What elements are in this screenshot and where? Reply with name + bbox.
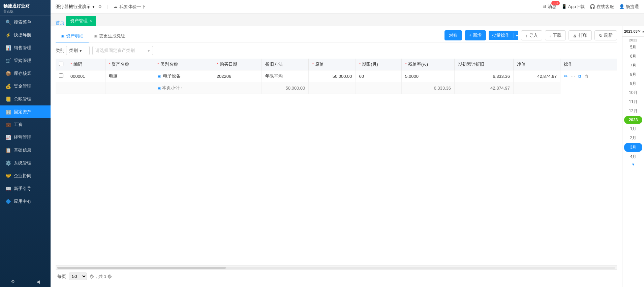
tab-home[interactable]: 首页 [56, 20, 64, 26]
cal-month-dec[interactable]: 12月 [622, 106, 644, 116]
category-filter: 类别 类别 ▾ [56, 46, 90, 55]
experience-button[interactable]: ☁ 我要体验一下 [113, 4, 146, 10]
asset-table: 编码 资产名称 类别名称 购买日期 [56, 59, 617, 94]
horizontal-scrollbar[interactable] [56, 265, 617, 269]
reconcile-button[interactable]: 对账 [444, 30, 462, 40]
cell-accumulated: 6,333.36 [455, 70, 514, 82]
tab-close-button[interactable]: × [90, 19, 92, 23]
message-badge: 99+ [551, 1, 560, 5]
system-icon: ⚙️ [5, 160, 11, 166]
sidebar-item-guide[interactable]: 📖 新手引导 [0, 182, 51, 195]
app-download-button[interactable]: 📱 App下载 [561, 4, 585, 10]
select-all-checkbox[interactable] [59, 62, 63, 66]
edit-button[interactable]: ✏ [564, 73, 568, 79]
cal-month-may[interactable]: 5月 [622, 43, 644, 52]
more-button[interactable]: ⋯ [571, 73, 575, 79]
col-category: 类别名称 [154, 59, 213, 70]
purchase-icon: 🛒 [5, 58, 11, 63]
download-label: 下载 [553, 32, 561, 38]
sidebar-item-capital[interactable]: 💰 资金管理 [0, 80, 51, 93]
cell-period: 60 [356, 70, 402, 82]
settings-icon[interactable]: ⚙ [98, 4, 102, 9]
cal-month-apr[interactable]: 4月 [622, 152, 644, 161]
sidebar-item-purchase[interactable]: 🛒 采购管理 [0, 54, 51, 67]
message-button[interactable]: 🖥 消息 99+ [542, 4, 556, 10]
cal-month-oct[interactable]: 10月 [622, 88, 644, 97]
per-page-select[interactable]: 50 100 200 [69, 273, 87, 280]
app-title: 畅捷通好业财 [3, 3, 47, 9]
asset-table-wrapper: 编码 资产名称 类别名称 购买日期 [56, 59, 617, 265]
cal-month-sep[interactable]: 9月 [622, 79, 644, 88]
sidebar-item-search[interactable]: 🔍 搜索菜单 [0, 16, 51, 29]
sidebar-item-label: 经营管理 [14, 134, 31, 140]
customer-service-label: 在线客服 [596, 4, 614, 10]
cell-category: ▣ 电子设备 [154, 70, 213, 82]
subtotal-row: ▣ 本页小计： 50,000.00 6,333.36 42,874.97 [56, 82, 617, 94]
batch-operation-button[interactable]: 批量操作 ▾ [489, 31, 518, 40]
sidebar-item-app-center[interactable]: 🔷 应用中心 [0, 195, 51, 208]
refresh-button[interactable]: ↻ 刷新 [594, 30, 617, 40]
print-button[interactable]: 🖨 打印 [569, 30, 592, 40]
guide-icon: 📖 [5, 186, 11, 191]
sidebar-item-quick-nav[interactable]: ⚡ 快捷导航 [0, 29, 51, 41]
new-button[interactable]: + 新增 [465, 30, 486, 40]
cell-net-value: 42,874.97 [513, 70, 560, 82]
content-area: ▣ 资产明细 ▣ 变更生成凭证 对账 + 新增 批量操作 ▾ ↑ [51, 26, 644, 287]
workspace-dropdown-icon: ▾ [92, 4, 95, 9]
enterprise-icon: 🤝 [5, 173, 11, 179]
per-page-label: 每页 [57, 274, 66, 280]
import-button[interactable]: ↑ 导入 [521, 30, 542, 40]
sidebar-item-sales[interactable]: 📊 销售管理 [0, 41, 51, 54]
sidebar-item-label: 新手引导 [14, 186, 31, 192]
headset-icon: 🎧 [590, 4, 595, 9]
collapse-button[interactable]: ◀ [36, 279, 40, 284]
sidebar-item-basic-info[interactable]: 📋 基础信息 [0, 144, 51, 157]
tab-asset-management[interactable]: 资产管理 × [66, 16, 96, 26]
sub-tab-asset-detail[interactable]: ▣ 资产明细 [56, 30, 89, 42]
cal-month-mar[interactable]: 3月 [624, 143, 642, 152]
sidebar-item-system[interactable]: ⚙️ 系统管理 [0, 157, 51, 169]
download-button[interactable]: ↓ 下载 [545, 30, 566, 40]
cal-month-feb[interactable]: 2月 [622, 133, 644, 142]
sidebar-item-inventory[interactable]: 📦 库存核算 [0, 67, 51, 80]
sales-icon: 📊 [5, 45, 11, 51]
sidebar-item-label: 系统管理 [14, 160, 31, 166]
sidebar-item-label: 快捷导航 [14, 32, 31, 38]
calendar-expand-button[interactable]: ⤢ [642, 29, 644, 34]
col-depreciation: 折旧方法 [262, 59, 309, 70]
scrollbar-thumb[interactable] [57, 267, 226, 269]
delete-button[interactable]: 🗑 [584, 73, 589, 79]
row-checkbox[interactable] [59, 73, 63, 78]
chevron-down-icon: ▾ [148, 48, 150, 53]
topbar-divider: | [107, 4, 108, 9]
workspace-selector[interactable]: 医疗器械行业演示 ▾ [56, 4, 95, 10]
col-code-label: 编码 [73, 62, 82, 67]
workspace-name: 医疗器械行业演示 [56, 4, 91, 10]
download-icon: ↓ [549, 33, 552, 38]
subtotal-empty-6 [356, 82, 402, 94]
sidebar-item-payroll[interactable]: 💼 工资 [0, 118, 51, 131]
cal-month-jan[interactable]: 1月 [622, 124, 644, 133]
main-content: 医疗器械行业演示 ▾ ⚙ | ☁ 我要体验一下 🖥 消息 99+ 📱 App下载… [51, 0, 644, 287]
sidebar-item-label: 固定资产 [14, 109, 31, 115]
customer-service-button[interactable]: 🎧 在线客服 [590, 4, 614, 10]
sub-tab-change-voucher[interactable]: ▣ 变更生成凭证 [89, 30, 130, 42]
mobile-icon: 📱 [561, 4, 567, 9]
settings-button[interactable]: ⚙ [11, 279, 15, 284]
sidebar-item-operations[interactable]: 📈 经营管理 [0, 131, 51, 144]
user-profile-button[interactable]: 👤 畅捷通 [619, 4, 639, 10]
sidebar-item-enterprise[interactable]: 🤝 企业协同 [0, 169, 51, 182]
calendar-expand-link[interactable]: ▼ [622, 161, 644, 167]
cal-month-nov[interactable]: 11月 [622, 97, 644, 106]
cal-month-aug[interactable]: 8月 [622, 70, 644, 79]
cal-month-jun[interactable]: 6月 [622, 52, 644, 61]
category-type-select[interactable]: 请选择固定资产类别 ▾ [92, 46, 153, 55]
sidebar-item-fixed-assets[interactable]: 🏢 固定资产 [0, 105, 51, 118]
cal-month-jul[interactable]: 7月 [622, 61, 644, 70]
calendar-controls: ✕ ⤢ [638, 29, 644, 34]
category-select[interactable]: 类别 ▾ [66, 46, 90, 55]
sidebar-item-ledger[interactable]: 📒 总账管理 [0, 93, 51, 105]
calendar-close-button[interactable]: ✕ [638, 29, 641, 34]
batch-dropdown-icon[interactable]: ▾ [514, 33, 518, 38]
copy-button[interactable]: ⧉ [578, 73, 581, 79]
